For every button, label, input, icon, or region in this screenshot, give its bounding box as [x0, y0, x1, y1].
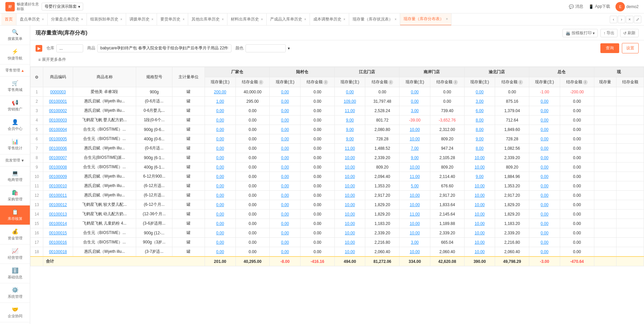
- tab-close-icon[interactable]: ×: [304, 17, 306, 21]
- yubeibei-stock[interactable]: 10.00: [464, 163, 495, 172]
- total-stock[interactable]: 0.00: [529, 106, 560, 115]
- total-stock[interactable]: 0.00: [529, 172, 560, 181]
- nanan-stock[interactable]: 3.00: [399, 238, 430, 247]
- sidebar-item-collab[interactable]: 🤝 企业协同: [0, 303, 30, 322]
- yubeibei-stock[interactable]: 8.00: [464, 144, 495, 153]
- factory-stock[interactable]: 0.00: [205, 200, 235, 210]
- sidebar-item-inventory[interactable]: 📋 库存核算: [0, 205, 30, 225]
- sidebar-item-finance[interactable]: 💰 资金管理: [0, 225, 30, 244]
- nanan-stock[interactable]: 3.00: [399, 106, 430, 115]
- industry-selector[interactable]: 母婴行业演示陈套 ▾: [42, 3, 83, 10]
- goods-code[interactable]: 00100015: [43, 228, 73, 238]
- changsha-stock[interactable]: 0.00: [270, 125, 301, 134]
- sidebar-item-member[interactable]: 👤 会员中心: [0, 115, 30, 135]
- total-stock[interactable]: 0.00: [529, 247, 560, 257]
- total-stock[interactable]: 0.00: [529, 228, 560, 238]
- factory-stock[interactable]: 0.00: [205, 247, 235, 257]
- tab-stock-status[interactable]: 现存量（库存状况表） ×: [349, 13, 400, 26]
- tab-close-icon[interactable]: ×: [261, 17, 263, 21]
- nanan-stock[interactable]: 11.00: [399, 172, 430, 181]
- nanan-stock[interactable]: 0.00: [399, 87, 430, 97]
- nanan-stock[interactable]: 5.00: [399, 181, 430, 191]
- expand-conditions-btn[interactable]: ≡ 展开更多条件: [36, 55, 69, 64]
- sidebar-item-retail-shop[interactable]: 🛒 零售商城: [0, 77, 30, 96]
- total-stock[interactable]: 0.00: [529, 125, 560, 134]
- factory-stock[interactable]: 0.00: [205, 144, 235, 153]
- info-icon[interactable]: i: [583, 80, 588, 85]
- tab-requisition[interactable]: 要货单历史 ×: [157, 13, 188, 26]
- factory-stock[interactable]: 0.00: [205, 163, 235, 172]
- yubeibei-stock[interactable]: 10.00: [464, 153, 495, 163]
- tab-close-icon[interactable]: ×: [42, 17, 44, 21]
- info-icon[interactable]: i: [259, 80, 263, 85]
- changsha-stock[interactable]: 0.00: [270, 247, 301, 257]
- nanan-stock[interactable]: 0.00: [399, 97, 430, 106]
- yubeibei-stock[interactable]: 10.00: [464, 191, 495, 200]
- tab-close-icon[interactable]: ×: [446, 17, 448, 21]
- goods-code[interactable]: 0000003: [43, 87, 73, 97]
- tab-other-outbound[interactable]: 其他出库单历史 ×: [188, 13, 227, 26]
- goods-code[interactable]: 00100002: [43, 106, 73, 115]
- goods-code[interactable]: 00100016: [43, 238, 73, 247]
- tab-close-icon[interactable]: ×: [182, 17, 184, 21]
- refresh-btn[interactable]: ↺ 刷新: [620, 29, 639, 37]
- jiangbei-stock[interactable]: 109.00: [334, 97, 365, 106]
- total-stock[interactable]: 0.00: [529, 200, 560, 210]
- jiangbei-stock[interactable]: 10.00: [334, 210, 365, 219]
- goods-code[interactable]: 00100009: [43, 172, 73, 181]
- yubeibei-stock[interactable]: 10.00: [464, 210, 495, 219]
- factory-stock[interactable]: 0.00: [205, 181, 235, 191]
- sidebar-item-wholesale[interactable]: 批发管理 ▼: [0, 154, 30, 167]
- info-icon[interactable]: i: [388, 80, 393, 85]
- goods-code[interactable]: 00100001: [43, 97, 73, 106]
- yubeibei-stock[interactable]: 8.00: [464, 115, 495, 125]
- user-profile[interactable]: E demo2: [615, 2, 639, 11]
- yubeibei-stock[interactable]: 10.00: [464, 181, 495, 191]
- nanan-stock[interactable]: 9.00: [399, 153, 430, 163]
- total-stock[interactable]: 0.00: [529, 153, 560, 163]
- yubeibei-stock[interactable]: 8.00: [464, 125, 495, 134]
- jiangbei-stock[interactable]: 10.00: [334, 219, 365, 228]
- sidebar-item-ops[interactable]: 📈 经营管理: [0, 244, 30, 264]
- nanan-stock[interactable]: 11.00: [399, 210, 430, 219]
- query-btn[interactable]: 查询: [600, 43, 619, 53]
- tab-close-icon[interactable]: ×: [343, 17, 345, 21]
- nanan-stock[interactable]: 10.00: [399, 163, 430, 172]
- jiangbei-stock[interactable]: 10.00: [334, 163, 365, 172]
- jiangbei-stock[interactable]: 11.00: [334, 106, 365, 115]
- tab-assembly[interactable]: 组装拆卸单历史 ×: [87, 13, 126, 26]
- jiangbei-stock[interactable]: 10.00: [334, 200, 365, 210]
- changsha-stock[interactable]: 0.00: [270, 191, 301, 200]
- jiangbei-stock[interactable]: 10.00: [334, 153, 365, 163]
- info-icon[interactable]: i: [323, 80, 328, 85]
- tab-close-icon[interactable]: ×: [395, 17, 397, 21]
- goods-code[interactable]: 00100011: [43, 191, 73, 200]
- changsha-stock[interactable]: 0.00: [270, 200, 301, 210]
- changsha-stock[interactable]: 0.00: [270, 115, 301, 125]
- sidebar-item-guide[interactable]: 🎯 新手引导: [0, 322, 30, 324]
- nanan-stock[interactable]: -39.00: [399, 115, 430, 125]
- factory-stock[interactable]: 0.00: [205, 238, 235, 247]
- goods-input[interactable]: [97, 44, 231, 52]
- sidebar-item-base-info[interactable]: ℹ️ 基础信息: [0, 264, 30, 283]
- changsha-stock[interactable]: 0.00: [270, 228, 301, 238]
- jiangbei-stock[interactable]: 10.00: [334, 191, 365, 200]
- nanan-stock[interactable]: 10.00: [399, 191, 430, 200]
- sidebar-item-marketing[interactable]: 📢 营销推广: [0, 96, 30, 115]
- yubeibei-stock[interactable]: 10.00: [464, 219, 495, 228]
- sidebar-item-purchase[interactable]: 🛍️ 采购管理: [0, 186, 30, 205]
- factory-stock[interactable]: 1.00: [205, 97, 235, 106]
- sidebar-item-retail-mgmt[interactable]: 零售管理 ▲: [0, 64, 30, 77]
- changsha-stock[interactable]: 0.00: [270, 163, 301, 172]
- app-download-btn[interactable]: 📱 App下载: [589, 4, 610, 9]
- sidebar-item-nav[interactable]: ⚡ 快捷导航: [0, 45, 30, 64]
- jiangbei-stock[interactable]: 9.00: [334, 115, 365, 125]
- print-btn[interactable]: 🖨️ 按模板打印 ▾: [562, 29, 598, 37]
- goods-code[interactable]: 00100010: [43, 181, 73, 191]
- factory-stock[interactable]: 0.00: [205, 172, 235, 181]
- tab-sub-inventory[interactable]: 分量盘点单历史 ×: [48, 13, 87, 26]
- factory-stock[interactable]: 0.00: [205, 125, 235, 134]
- changsha-stock[interactable]: 0.00: [270, 106, 301, 115]
- sidebar-item-retail-stats[interactable]: 📊 零售统计: [0, 135, 30, 154]
- color-dropdown-icon[interactable]: ▾: [288, 46, 290, 51]
